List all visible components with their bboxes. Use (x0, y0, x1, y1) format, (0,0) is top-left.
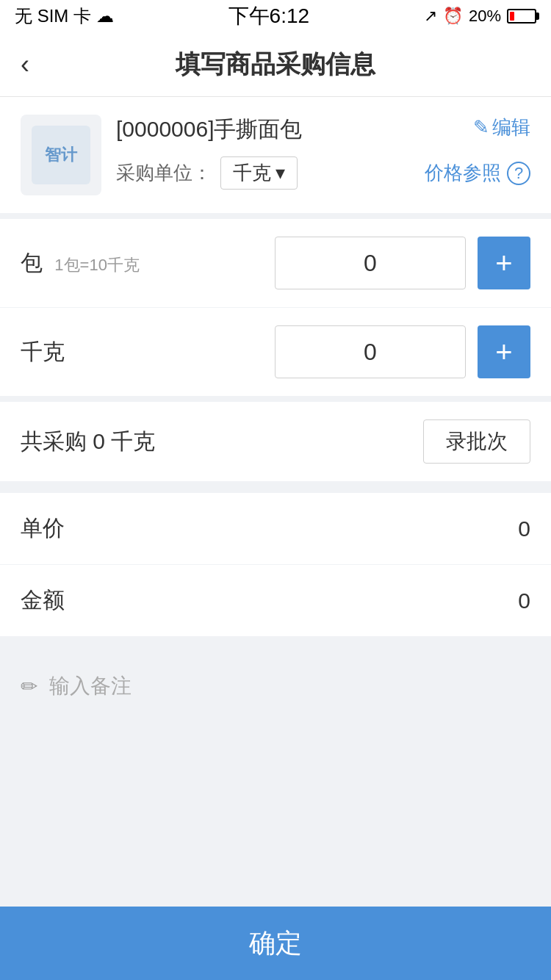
alarm-icon: ⏰ (443, 7, 463, 26)
amount-row: 金额 0 (0, 565, 551, 636)
kg-row: 千克 0 + (0, 308, 551, 396)
unit-value: 千克 (233, 160, 271, 186)
unit-price-label: 单价 (21, 514, 65, 544)
bag-row: 包 1包=10千克 0 + (0, 219, 551, 308)
nav-icon: ↗ (424, 7, 437, 26)
unit-select[interactable]: 千克 ▾ (220, 156, 298, 190)
summary-text: 共采购 0 千克 (21, 427, 155, 457)
status-time: 下午6:12 (228, 2, 310, 30)
unit-price-value: 0 (518, 516, 530, 541)
confirm-button[interactable]: 确定 (0, 907, 551, 980)
price-section: 单价 0 金额 0 (0, 493, 551, 636)
product-header: [0000006]手撕面包 ✎ 编辑 (116, 115, 530, 145)
pencil-icon: ✏ (21, 674, 37, 699)
status-right: ↗ ⏰ 20% (424, 7, 536, 26)
quantity-section: 包 1包=10千克 0 + 千克 0 + (0, 219, 551, 396)
bag-plus-button[interactable]: + (478, 237, 530, 289)
amount-label: 金额 (21, 586, 65, 616)
chevron-down-icon: ▾ (276, 162, 285, 184)
kg-label: 千克 (21, 337, 138, 367)
confirm-label: 确定 (249, 926, 302, 962)
product-unit-row: 采购单位： 千克 ▾ 价格参照 ? (116, 156, 530, 190)
remark-section[interactable]: ✏ 输入备注 (0, 642, 551, 730)
batch-button[interactable]: 录批次 (423, 419, 530, 464)
status-left: 无 SIM 卡 ☁ (15, 4, 114, 28)
price-ref-label: 价格参照 (425, 160, 501, 186)
sim-label: 无 SIM 卡 ☁ (15, 4, 114, 28)
unit-label: 采购单位： (116, 160, 212, 186)
product-name: [0000006]手撕面包 (116, 115, 302, 145)
bag-sublabel: 1包=10千克 (54, 256, 140, 274)
product-info: [0000006]手撕面包 ✎ 编辑 采购单位： 千克 ▾ 价格参照 ? (116, 115, 530, 190)
battery-icon (507, 9, 536, 24)
price-ref-button[interactable]: 价格参照 ? (425, 160, 530, 186)
bag-label: 包 1包=10千克 (21, 248, 140, 278)
summary-row: 共采购 0 千克 录批次 (0, 402, 551, 487)
status-bar: 无 SIM 卡 ☁ 下午6:12 ↗ ⏰ 20% (0, 0, 551, 32)
page-title: 填写商品采购信息 (176, 48, 375, 82)
product-logo: 智计 (32, 126, 90, 184)
bag-input-wrap: 0 + (140, 237, 530, 289)
battery-fill (510, 12, 514, 21)
bag-input[interactable]: 0 (275, 237, 466, 289)
nav-bar: ‹ 填写商品采购信息 (0, 32, 551, 97)
info-icon: ? (507, 162, 530, 185)
back-button[interactable]: ‹ (21, 49, 29, 80)
product-card: 智计 [0000006]手撕面包 ✎ 编辑 采购单位： 千克 ▾ 价格参照 ? (0, 97, 551, 219)
edit-icon: ✎ (473, 116, 489, 139)
kg-plus-button[interactable]: + (478, 325, 530, 378)
battery-percent: 20% (469, 7, 501, 26)
edit-label: 编辑 (492, 115, 530, 140)
product-image: 智计 (21, 115, 101, 195)
kg-input-wrap: 0 + (138, 325, 530, 378)
edit-button[interactable]: ✎ 编辑 (473, 115, 530, 140)
unit-price-row: 单价 0 (0, 493, 551, 565)
remark-input[interactable]: 输入备注 (49, 672, 132, 700)
divider (0, 487, 551, 493)
amount-value: 0 (518, 588, 530, 613)
kg-input[interactable]: 0 (275, 325, 466, 378)
